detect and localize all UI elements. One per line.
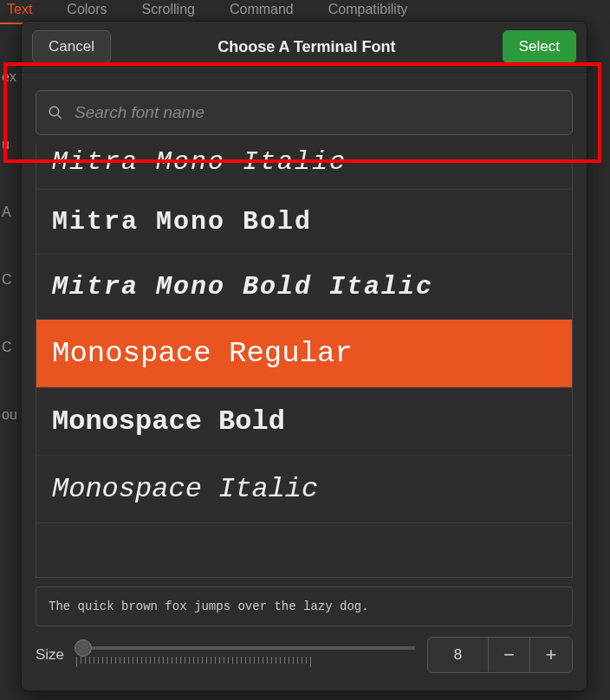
size-label: Size	[36, 646, 64, 664]
size-stepper: 8 − +	[427, 637, 573, 673]
size-slider[interactable]	[76, 639, 415, 671]
font-item[interactable]: Monospace Italic	[36, 456, 572, 523]
font-item[interactable]: Mitra Mono Bold Italic	[36, 255, 572, 320]
svg-point-0	[49, 107, 59, 116]
font-item[interactable]: Mitra Mono Italic	[36, 144, 572, 190]
select-button[interactable]: Select	[503, 30, 576, 63]
font-item[interactable]: Monospace Bold	[36, 388, 572, 456]
cancel-button[interactable]: Cancel	[32, 30, 111, 63]
size-decrement-button[interactable]: −	[489, 638, 530, 672]
preview-text: The quick brown fox jumps over the lazy …	[36, 587, 573, 626]
font-chooser-dialog: Cancel Choose A Terminal Font Select Mit…	[21, 21, 587, 691]
size-row: Size 8 − +	[22, 637, 587, 690]
dialog-header: Cancel Choose A Terminal Font Select	[22, 22, 587, 73]
bg-tab: Colors	[67, 2, 107, 17]
font-list[interactable]: Mitra Mono ItalicMitra Mono BoldMitra Mo…	[36, 144, 573, 578]
dialog-title: Choose A Terminal Font	[111, 38, 503, 56]
font-item[interactable]: Monospace Regular	[36, 320, 572, 388]
search-field-wrap	[36, 90, 573, 135]
bg-tab: Scrolling	[142, 2, 195, 17]
bg-tab: Compatibility	[328, 2, 408, 17]
svg-line-1	[57, 114, 62, 119]
search-icon	[48, 105, 63, 120]
slider-thumb[interactable]	[75, 639, 92, 657]
bg-tab: Command	[230, 2, 294, 17]
size-increment-button[interactable]: +	[530, 638, 572, 672]
bg-tab: Text	[7, 2, 32, 17]
search-input[interactable]	[36, 90, 573, 135]
font-item[interactable]: Mitra Mono Bold	[36, 190, 572, 255]
size-value[interactable]: 8	[428, 638, 489, 672]
